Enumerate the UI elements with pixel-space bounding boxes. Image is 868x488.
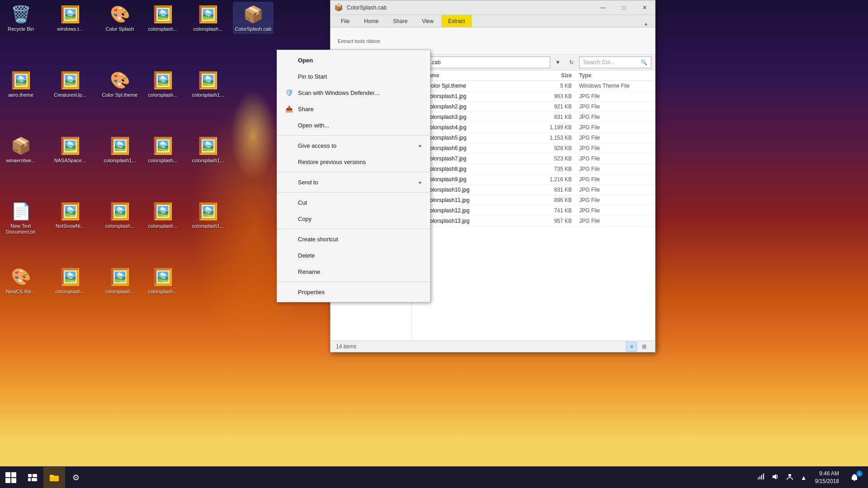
volume-icon[interactable] <box>769 471 782 483</box>
colorsplash6-icon: 🖼️ <box>152 201 174 222</box>
file-row[interactable]: 🖼️ colorsplash3.jpg 831 KB JPG File <box>412 112 655 122</box>
col-size-header[interactable]: Size <box>534 72 579 79</box>
colorsplash1c-icon: 🖼️ <box>109 135 131 157</box>
file-row[interactable]: 🖼️ colorsplash11.jpg 896 KB JPG File <box>412 195 655 206</box>
desktop-icon-colorsplash2[interactable]: 🖼️ colorsplash... <box>188 2 228 34</box>
ctx-item-delete[interactable]: Delete <box>277 247 430 263</box>
desktop-icon-aero[interactable]: 🖼️ aero.theme <box>0 68 41 100</box>
ctx-item-restore-versions[interactable]: Restore previous versions <box>277 154 430 170</box>
desktop-icon-colorsplash9[interactable]: 🖼️ colorsplash... <box>142 264 183 296</box>
file-name: colorsplash1.jpg <box>427 93 534 99</box>
address-dropdown-button[interactable]: ▼ <box>552 56 564 68</box>
file-row[interactable]: 🖼️ colorsplash5.jpg 1,153 KB JPG File <box>412 133 655 143</box>
svg-rect-5 <box>50 475 54 477</box>
desktop-icon-color-spl-theme[interactable]: 🎨 Color Spl.theme <box>99 68 140 100</box>
tab-file[interactable]: File <box>334 15 356 27</box>
file-row[interactable]: 🖼️ colorsplash1.jpg 963 KB JPG File <box>412 91 655 102</box>
tab-home[interactable]: Home <box>357 15 385 27</box>
color-spl-theme-icon: 🎨 <box>109 70 131 91</box>
maximize-button[interactable]: □ <box>613 0 634 15</box>
desktop-icon-colorsplash1c[interactable]: 🖼️ colorsplash1... <box>99 133 140 165</box>
svg-rect-1 <box>33 474 37 477</box>
desktop-icon-colorsplash1[interactable]: 🖼️ colorsplash... <box>142 2 183 34</box>
ribbon-expand-button[interactable]: ▲ <box>642 20 650 27</box>
file-row[interactable]: 🖼️ colorsplash6.jpg 928 KB JPG File <box>412 143 655 154</box>
start-button[interactable] <box>0 467 22 488</box>
file-row[interactable]: 🎨 Color Spl.theme 5 KB Windows Theme Fil… <box>412 81 655 91</box>
detail-view-button[interactable]: ≡ <box>626 342 637 352</box>
taskview-button[interactable] <box>22 467 43 488</box>
search-bar[interactable]: Search Col... 🔍 <box>579 56 651 68</box>
desktop-icon-colorsplash-cab[interactable]: 📦 ColorSplash.cab <box>233 2 274 34</box>
desktop-icon-colorsplash4[interactable]: 🖼️ colorsplash... <box>142 133 183 165</box>
desktop-icon-colorsplash8[interactable]: 🖼️ colorsplash... <box>99 264 140 296</box>
file-name: colorsplash2.jpg <box>427 103 534 110</box>
ctx-item-open-with[interactable]: Open with... <box>277 117 430 133</box>
close-button[interactable]: ✕ <box>634 0 655 15</box>
col-type-header[interactable]: Type <box>579 72 651 79</box>
svg-rect-9 <box>763 474 764 479</box>
network-icon[interactable] <box>755 471 767 483</box>
desktop: 🗑️ Recycle Bin 🖼️ windows.t... 🎨 Color S… <box>0 0 868 488</box>
people-icon[interactable] <box>783 471 796 483</box>
file-row[interactable]: 🖼️ colorsplash4.jpg 1,199 KB JPG File <box>412 122 655 133</box>
delete-icon <box>284 251 293 260</box>
file-row[interactable]: 🖼️ colorsplash12.jpg 741 KB JPG File <box>412 206 655 216</box>
open-with-icon <box>284 121 293 130</box>
desktop-icon-colorsplash1e[interactable]: 🖼️ colorsplash1... <box>188 199 228 231</box>
desktop-icon-color-splash[interactable]: 🎨 Color Splash <box>99 2 140 34</box>
file-size: 741 KB <box>534 207 579 214</box>
ctx-item-give-access[interactable]: Give access to ► <box>277 137 430 154</box>
desktop-icon-newcs-theme[interactable]: 🎨 NewCS.the... <box>0 264 41 296</box>
file-row[interactable]: 🖼️ colorsplash8.jpg 735 KB JPG File <box>412 164 655 174</box>
desktop-icon-colorsplash3[interactable]: 🖼️ colorsplash... <box>142 68 183 100</box>
refresh-button[interactable]: ↻ <box>566 56 577 68</box>
ctx-item-pin-to-start[interactable]: Pin to Start <box>277 68 430 84</box>
file-type: Windows Theme File <box>579 83 651 89</box>
colorsplash1-icon: 🖼️ <box>152 4 174 25</box>
colorsplash9-icon: 🖼️ <box>152 266 174 288</box>
desktop-icon-windows-t[interactable]: 🖼️ windows.t... <box>50 2 90 34</box>
desktop-icon-winaerot[interactable]: 📦 winaerotwe... <box>0 133 41 165</box>
copy-icon <box>284 214 293 223</box>
file-row[interactable]: 🖼️ colorsplash2.jpg 921 KB JPG File <box>412 102 655 112</box>
status-bar: 14 items ≡ ⊞ <box>330 340 655 352</box>
ctx-item-cut[interactable]: Cut <box>277 194 430 211</box>
desktop-icon-new-text[interactable]: 📄 New Text Document.txt <box>0 199 41 237</box>
col-name-header[interactable]: Name <box>425 72 534 79</box>
taskbar-clock[interactable]: 9:46 AM 9/15/2018 <box>811 470 843 485</box>
desktop-icon-recycle-bin[interactable]: 🗑️ Recycle Bin <box>0 2 41 34</box>
ctx-item-properties[interactable]: Properties <box>277 284 430 300</box>
show-hidden-icons-button[interactable]: ▲ <box>798 472 810 483</box>
file-name: colorsplash9.jpg <box>427 176 534 183</box>
ctx-item-copy[interactable]: Copy <box>277 211 430 227</box>
file-explorer-taskbar-button[interactable] <box>43 467 65 488</box>
ctx-item-share[interactable]: 📤 Share <box>277 101 430 117</box>
desktop-icon-creatures[interactable]: 🖼️ CreaturesUp... <box>50 68 90 100</box>
file-row[interactable]: 🖼️ colorsplash7.jpg 523 KB JPG File <box>412 154 655 164</box>
desktop-icon-notsnow[interactable]: 🖼️ NotSnowNi... <box>50 199 90 231</box>
tab-share[interactable]: Share <box>386 15 414 27</box>
title-bar-icon: 📦 <box>334 3 343 12</box>
ctx-item-send-to[interactable]: Send to ► <box>277 174 430 190</box>
ctx-item-open[interactable]: Open <box>277 52 430 68</box>
ctx-item-create-shortcut[interactable]: Create shortcut <box>277 231 430 247</box>
settings-taskbar-button[interactable]: ⚙ <box>65 467 87 488</box>
tab-view[interactable]: View <box>415 15 440 27</box>
title-bar: 📦 ColorSplash.cab — □ ✕ <box>330 0 655 15</box>
desktop-icon-colorsplash1b[interactable]: 🖼️ colorsplash1... <box>188 68 228 100</box>
notification-button[interactable]: 1 <box>844 468 864 488</box>
ctx-item-rename[interactable]: Rename <box>277 263 430 280</box>
desktop-icon-colorsplash1d[interactable]: 🖼️ colorsplash1... <box>188 133 228 165</box>
file-row[interactable]: 🖼️ colorsplash13.jpg 957 KB JPG File <box>412 216 655 226</box>
file-row[interactable]: 🖼️ colorsplash9.jpg 1,216 KB JPG File <box>412 174 655 185</box>
file-row[interactable]: 🖼️ colorsplash10.jpg 831 KB JPG File <box>412 185 655 195</box>
tile-view-button[interactable]: ⊞ <box>639 342 650 352</box>
tab-extract[interactable]: Extract <box>441 15 472 27</box>
ctx-item-scan-defender[interactable]: 🛡️ Scan with Windows Defender... <box>277 84 430 101</box>
minimize-button[interactable]: — <box>593 0 613 15</box>
desktop-icon-nasa[interactable]: 🖼️ NASASpace... <box>50 133 90 165</box>
desktop-icon-colorsplash6[interactable]: 🖼️ colorsplash... <box>142 199 183 231</box>
desktop-icon-colorsplash7[interactable]: 🖼️ colorsplash... <box>50 264 90 296</box>
desktop-icon-colorsplash5[interactable]: 🖼️ colorsplash... <box>99 199 140 231</box>
